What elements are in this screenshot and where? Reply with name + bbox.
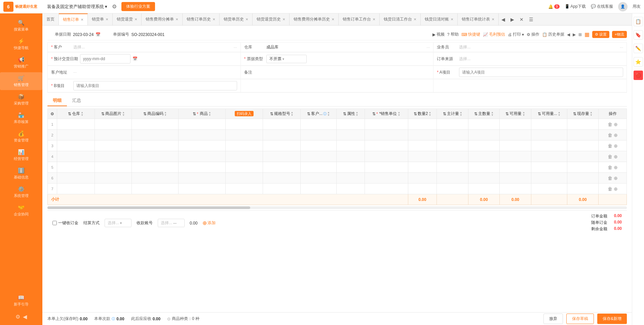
delete-row-icon[interactable]: 🗑 [608, 132, 612, 138]
ticket-type-select[interactable]: 不开票 ▾ [266, 55, 307, 63]
sidebar-item-quicknav[interactable]: ⚡ 快捷导航 [0, 35, 42, 53]
app-download-link[interactable]: 📱 App下载 [565, 4, 586, 9]
tab-close-icon[interactable]: ✕ [492, 17, 494, 21]
col-header-customer-code[interactable]: ⇅客户...ⓘ▲▼ [300, 109, 336, 119]
account-select[interactable]: 选择... ··· [158, 219, 185, 227]
right-panel-icon-2[interactable]: 🔖 [634, 30, 643, 40]
a-project-input[interactable] [459, 68, 623, 77]
view-btn[interactable]: ▶ 视频 [432, 32, 445, 37]
customer-select[interactable]: 选择... [73, 44, 232, 50]
tab-sales-invoice[interactable]: 销货单 ✕ [88, 13, 113, 26]
expand-icon[interactable]: ⊞ [578, 32, 582, 37]
warehouse-expand-icon[interactable]: ··· [426, 45, 430, 50]
tab-menu-button[interactable]: ☰ [526, 13, 536, 26]
address-expand-icon[interactable]: ··· [73, 70, 77, 75]
copy-row-icon[interactable]: ⊕ [614, 165, 618, 170]
staff-select[interactable]: 选择... [459, 44, 618, 50]
right-panel-icon-1[interactable]: 📋 [634, 17, 643, 26]
col-header-product[interactable]: ⇅*商品▲▼ [179, 109, 225, 119]
sidebar-item-guide[interactable]: 📖 新手引导 [12, 292, 30, 310]
save-new-button[interactable]: 保存&新增 [597, 314, 627, 324]
copy-row-icon[interactable]: ⊕ [614, 186, 618, 192]
grid-icon[interactable]: ▦ [584, 31, 590, 38]
delete-row-icon[interactable]: 🗑 [608, 165, 612, 170]
print-btn[interactable]: 🖨 打印 ▾ [508, 32, 524, 37]
notification-area[interactable]: 🔔 9 [548, 4, 560, 9]
tab-close-icon[interactable]: ✕ [332, 17, 334, 21]
col-header-main-qty[interactable]: ⇅主数量▲▼ [468, 109, 499, 119]
col-header-attr[interactable]: ⇅属性▲▼ [337, 109, 365, 119]
right-panel-icon-5[interactable]: 🔴 [634, 71, 643, 80]
tab-prev-button[interactable]: ◀ [499, 13, 508, 26]
copy-row-icon[interactable]: ⊕ [614, 122, 618, 127]
sidebar-item-inventory[interactable]: 🏪 库存核算 [0, 109, 42, 127]
col-header-code[interactable]: ⇅商品编码▲▼ [131, 109, 178, 119]
tab-close-icon[interactable]: ✕ [373, 17, 375, 21]
settings-btn[interactable]: ⚙ 设置 [592, 31, 609, 38]
add-logistics-btn[interactable]: +物流 [612, 31, 627, 38]
tab-close-icon[interactable]: ✕ [245, 17, 248, 21]
settings-icon[interactable]: ⚙ [111, 3, 118, 10]
col-header-main-unit[interactable]: ⇅主计量▲▼ [437, 109, 468, 119]
tab-daily-reconcile[interactable]: 钱货日清对账 ✕ [421, 13, 458, 26]
tab-close-icon[interactable]: ✕ [176, 17, 178, 21]
delete-row-icon[interactable]: 🗑 [608, 143, 612, 149]
tab-close-icon[interactable]: ✕ [414, 17, 416, 21]
add-payment-button[interactable]: ⊕ 添加 [202, 220, 216, 226]
delete-row-icon[interactable]: 🗑 [608, 122, 612, 127]
tab-sales-invoice-history[interactable]: 销货单历史 ✕ [220, 13, 253, 26]
one-click-order-checkbox[interactable]: 一键收订金 [52, 220, 78, 226]
user-avatar[interactable]: 👤 [618, 2, 628, 11]
history-btn[interactable]: 📋 历史单据 [542, 32, 564, 37]
col-header-qty2[interactable]: ⇅数量2▲▼ [408, 109, 437, 119]
sidebar-item-basic-info[interactable]: ℹ️ 基础信息 [0, 165, 42, 182]
shortcut-btn[interactable]: ⌨ 快捷键 [461, 32, 480, 37]
tab-close-icon[interactable]: ✕ [135, 17, 137, 21]
tab-close-icon[interactable]: ✕ [106, 17, 108, 21]
sub-tab-detail[interactable]: 明细 [47, 95, 67, 106]
tab-next-button[interactable]: ▶ [508, 13, 517, 26]
save-draft-button[interactable]: 保存草稿 [566, 314, 594, 324]
order-source-select[interactable]: 选择... [459, 56, 623, 62]
system-title[interactable]: 装备及固定资产辅助管理系统 ▾ [47, 4, 107, 10]
b-project-input[interactable] [73, 81, 237, 90]
right-panel-icon-4[interactable]: ⭐ [634, 57, 643, 67]
tab-expense-history[interactable]: 销售费用分摊单历史 ✕ [290, 13, 339, 26]
delete-row-icon[interactable]: 🗑 [608, 186, 612, 192]
tab-daily-workbench[interactable]: 钱货日清工作台 ✕ [380, 13, 421, 26]
help-btn[interactable]: ? 帮助 [447, 32, 459, 37]
tab-sales-order-history[interactable]: 销售订单历史 ✕ [183, 13, 220, 26]
note-input[interactable] [266, 68, 430, 77]
tab-sales-stats[interactable]: 销售订单统计表 ✕ [458, 13, 499, 26]
col-header-stock[interactable]: ⇅现存量▲▼ [567, 109, 598, 119]
col-header-avail2[interactable]: ⇅可用量...▲▼ [531, 109, 567, 119]
right-panel-icon-3[interactable]: ✏️ [634, 44, 643, 53]
horizontal-scrollbar[interactable] [47, 206, 627, 209]
sidebar-collapse-icon[interactable]: ◀ [23, 314, 27, 320]
operation-btn[interactable]: ⚙ 操作 [527, 32, 539, 37]
customer-expand-icon[interactable]: ··· [234, 45, 237, 50]
copy-row-icon[interactable]: ⊕ [614, 132, 618, 138]
sidebar-settings-icon[interactable]: ⚙ [15, 314, 20, 320]
profit-forecast-btn[interactable]: 📈 毛利预估 [483, 32, 505, 37]
scrollbar-thumb[interactable] [47, 206, 250, 209]
tab-return-history[interactable]: 销货退货历史 ✕ [253, 13, 290, 26]
tab-home[interactable]: 首页 [42, 13, 59, 26]
col-header-avail[interactable]: ⇅可用量▲▼ [500, 109, 531, 119]
tab-close-icon[interactable]: ✕ [81, 18, 83, 22]
copy-row-icon[interactable]: ⊕ [614, 143, 618, 149]
tab-sales-return[interactable]: 销货退货 ✕ [113, 13, 142, 26]
industry-plan-button[interactable]: 体验行业方案 [121, 2, 155, 11]
tab-close-icon[interactable]: ✕ [451, 17, 453, 21]
tab-sales-order[interactable]: 销售订单 ✕ [59, 13, 88, 26]
tab-sales-expense[interactable]: 销售费用分摊单 ✕ [142, 13, 183, 26]
staff-expand-icon[interactable]: ··· [620, 45, 623, 50]
col-header-settings[interactable]: ⚙ [48, 109, 57, 119]
col-header-unit[interactable]: ⇅**销售单位▲▼ [365, 109, 408, 119]
delete-row-icon[interactable]: 🗑 [608, 175, 612, 181]
col-header-warehouse[interactable]: ⇅仓库▲▼ [57, 109, 95, 119]
payment-method-select[interactable]: 选择... ▾ [105, 219, 131, 227]
sidebar-item-sales[interactable]: 🛒 销售管理 [0, 72, 42, 90]
tab-close-all-button[interactable]: ✕ [517, 13, 526, 26]
sidebar-item-collab[interactable]: 🤝 企业协同 [0, 202, 42, 219]
